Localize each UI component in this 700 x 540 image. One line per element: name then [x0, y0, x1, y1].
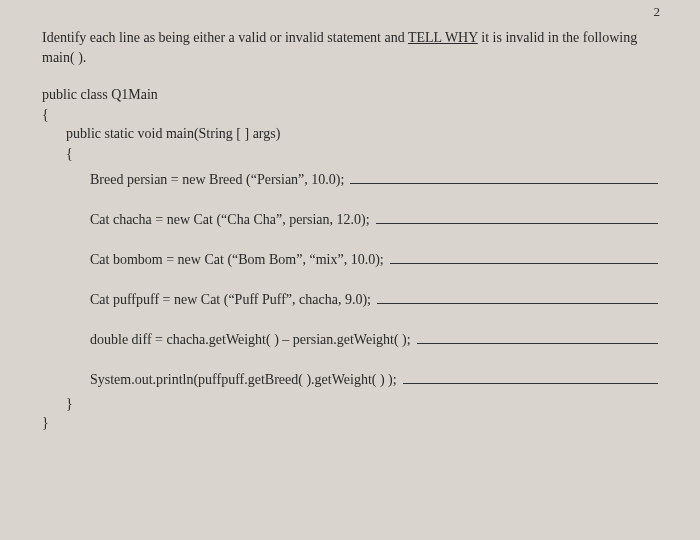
statement-text: double diff = chacha.getWeight( ) – pers… [90, 332, 411, 348]
class-open-brace: { [42, 105, 658, 125]
statement-row: Cat puffpuff = new Cat (“Puff Puff”, cha… [90, 290, 658, 308]
statement-text: Cat bombom = new Cat (“Bom Bom”, “mix”, … [90, 252, 384, 268]
method-declaration: public static void main(String [ ] args) [66, 124, 658, 144]
answer-blank[interactable] [403, 370, 658, 384]
class-close-brace: } [42, 413, 658, 433]
answer-blank[interactable] [377, 290, 658, 304]
method-close-brace: } [66, 394, 658, 414]
statement-row: double diff = chacha.getWeight( ) – pers… [90, 330, 658, 348]
statement-text: System.out.println(puffpuff.getBreed( ).… [90, 372, 397, 388]
statement-text: Cat puffpuff = new Cat (“Puff Puff”, cha… [90, 292, 371, 308]
statement-row: System.out.println(puffpuff.getBreed( ).… [90, 370, 658, 388]
answer-blank[interactable] [350, 170, 658, 184]
instruction-prefix: Identify each line as being either a val… [42, 30, 408, 45]
answer-blank[interactable] [417, 330, 658, 344]
instruction-emphasis: TELL WHY [408, 30, 478, 45]
page-number: 2 [654, 4, 661, 20]
statement-text: Breed persian = new Breed (“Persian”, 10… [90, 172, 344, 188]
statement-row: Cat chacha = new Cat (“Cha Cha”, persian… [90, 210, 658, 228]
answer-blank[interactable] [390, 250, 658, 264]
statement-text: Cat chacha = new Cat (“Cha Cha”, persian… [90, 212, 370, 228]
answer-blank[interactable] [376, 210, 658, 224]
statement-row: Breed persian = new Breed (“Persian”, 10… [90, 170, 658, 188]
instruction-text: Identify each line as being either a val… [42, 28, 658, 67]
class-declaration: public class Q1Main [42, 85, 658, 105]
statement-row: Cat bombom = new Cat (“Bom Bom”, “mix”, … [90, 250, 658, 268]
method-open-brace: { [66, 144, 658, 164]
